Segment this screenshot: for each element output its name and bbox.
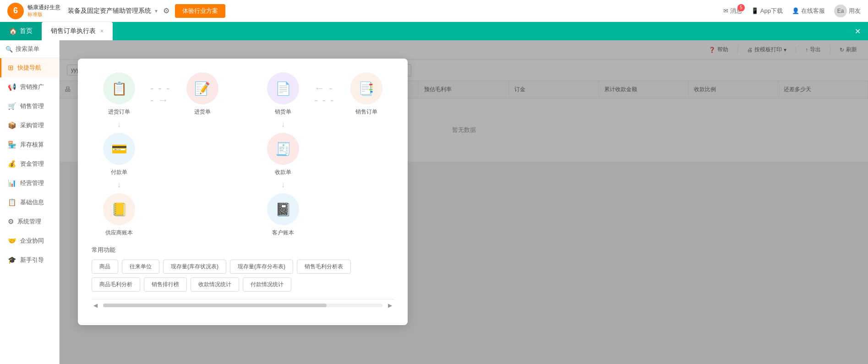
sidebar-item-operation[interactable]: 📊 经营管理 — [0, 174, 59, 193]
purchase-icon: 📦 — [8, 121, 16, 130]
purchase-bill-label: 进货单 — [194, 108, 211, 116]
online-service-button[interactable]: 👤 在线客服 — [792, 7, 825, 15]
spacer — [230, 72, 256, 237]
cf-btn-payment-stats[interactable]: 付款情况统计 — [243, 277, 291, 292]
sidebar-item-cooperation[interactable]: 🤝 企业协同 — [0, 231, 59, 250]
message-icon: ✉ — [723, 7, 728, 14]
sidebar-item-finance[interactable]: 💰 资金管理 — [0, 154, 59, 174]
app-download-button[interactable]: 📱 App下载 — [751, 7, 783, 15]
tab-sales-order-execution[interactable]: 销售订单执行表 × — [42, 22, 113, 40]
inventory-icon: 🏪 — [8, 141, 16, 149]
customer-account-circle: 📓 — [267, 193, 299, 225]
payment-bill-circle: 💳 — [103, 133, 135, 165]
common-functions-buttons: 商品 往来单位 现存量(库存状况表) 现存量(库存分布表) 销售毛利分析表 商品… — [92, 260, 394, 292]
down-arrow-sales: ↓ — [281, 120, 285, 129]
message-badge: 5 — [737, 4, 745, 11]
tab-close-icon[interactable]: × — [100, 28, 104, 34]
scrollbar-row: ◀ ▶ — [92, 299, 394, 311]
search-menu-button[interactable]: 🔍 搜索菜单 — [0, 40, 59, 58]
payment-bill-node: 💳 付款单 — [92, 133, 147, 176]
sidebar-item-inventory[interactable]: 🏪 库存核算 — [0, 135, 59, 154]
modal-overlay[interactable]: 📋 进货订单 ↓ 💳 付款单 — [60, 40, 868, 364]
cf-btn-stock-status[interactable]: 现存量(库存状况表) — [163, 260, 226, 274]
sidebar-item-quick-nav[interactable]: ⊞ 快捷导航 — [0, 58, 59, 77]
receipt-bill-circle: 🧾 — [267, 133, 299, 165]
cooperation-icon: 🤝 — [8, 237, 16, 245]
cf-btn-receipt-stats[interactable]: 收款情况统计 — [191, 277, 239, 292]
sidebar-item-marketing[interactable]: 📢 营销推广 — [0, 77, 59, 97]
supplier-account-label: 供应商账本 — [105, 229, 133, 237]
content-area: ❓ 帮助 🖨 按模板打印 ▾ ↑ 导出 ↻ 刷新 ~ — [60, 40, 868, 364]
trial-button[interactable]: 体验行业方案 — [175, 4, 225, 18]
receipt-bill-node: 🧾 收款单 — [256, 133, 311, 176]
search-icon: 🔍 — [5, 46, 13, 53]
payment-bill-label: 付款单 — [111, 168, 127, 176]
sales-bill-circle: 📄 — [267, 72, 299, 104]
system-title: 装备及固定资产辅助管理系统 ▾ — [68, 7, 158, 15]
message-button[interactable]: ✉ 消息 5 — [723, 7, 742, 15]
arrow-h1: - - - - → — [147, 72, 175, 237]
down-arrow-payment: ↓ — [117, 180, 121, 190]
cf-btn-partner[interactable]: 往来单位 — [122, 260, 159, 274]
logo-text: 畅康通好生意 标准版 — [27, 4, 60, 18]
purchase-flow: 📋 进货订单 ↓ 💳 付款单 — [92, 72, 147, 237]
down-arrow-receipt: ↓ — [281, 180, 285, 189]
tab-bar-close-icon[interactable]: ✕ — [855, 27, 861, 36]
cf-btn-product-margin[interactable]: 商品毛利分析 — [92, 277, 140, 292]
logo-icon: 6 — [7, 3, 24, 19]
customer-account-node: 📓 客户账本 — [256, 193, 311, 237]
basic-info-icon: 📋 — [8, 198, 16, 206]
sidebar-item-basic-info[interactable]: 📋 基础信息 — [0, 193, 59, 212]
home-icon: 🏠 — [9, 27, 17, 35]
sales-bill-label: 销货单 — [275, 108, 291, 116]
guide-icon: 🎓 — [8, 256, 16, 264]
avatar: Ea — [834, 5, 847, 17]
scroll-left-button[interactable]: ◀ — [92, 302, 99, 309]
common-functions-section: 常用功能 商品 往来单位 现存量(库存状况表) 现存量(库存分布表) 销售毛利分… — [92, 246, 394, 292]
sidebar: 🔍 搜索菜单 ⊞ 快捷导航 📢 营销推广 🛒 销售管理 📦 采购管理 🏪 库存核… — [0, 40, 60, 364]
sales-order-circle: 📑 — [350, 72, 382, 104]
purchase-order-label: 进货订单 — [108, 108, 130, 116]
sidebar-item-sales[interactable]: 🛒 销售管理 — [0, 97, 59, 116]
common-functions-title: 常用功能 — [92, 246, 394, 254]
sidebar-item-guide[interactable]: 🎓 新手引导 — [0, 250, 59, 270]
receipt-bill-label: 收款单 — [275, 168, 291, 176]
sales-order-node: 📑 销售订单 — [339, 72, 394, 116]
quick-nav-modal: 📋 进货订单 ↓ 💳 付款单 — [78, 59, 408, 325]
tab-bar: 🏠 首页 销售订单执行表 × ✕ — [0, 22, 868, 40]
logo: 6 畅康通好生意 标准版 — [7, 3, 62, 19]
purchase-bill-flow: 📝 进货单 — [175, 72, 230, 237]
arrow-h2: ← - - - - — [311, 72, 339, 237]
supplier-account-node: 📒 供应商账本 — [92, 193, 147, 237]
settings-icon[interactable]: ⚙ — [163, 6, 169, 15]
finance-icon: 💰 — [8, 160, 16, 168]
tab-home[interactable]: 🏠 首页 — [0, 22, 42, 40]
operation-icon: 📊 — [8, 179, 16, 187]
marketing-icon: 📢 — [8, 83, 16, 91]
purchase-order-node: 📋 进货订单 — [92, 72, 147, 116]
sidebar-item-system[interactable]: ⚙ 系统管理 — [0, 212, 59, 231]
cf-btn-product[interactable]: 商品 — [92, 260, 118, 274]
purchase-order-circle: 📋 — [103, 72, 135, 104]
cf-btn-sales-ranking[interactable]: 销售排行榜 — [144, 277, 187, 292]
customer-account-label: 客户账本 — [272, 229, 294, 237]
down-arrow-purchase: ↓ — [117, 120, 121, 129]
flow-diagram: 📋 进货订单 ↓ 💳 付款单 — [92, 72, 394, 237]
sales-icon: 🛒 — [8, 102, 16, 110]
cf-btn-sales-margin[interactable]: 销售毛利分析表 — [297, 260, 351, 274]
user-menu[interactable]: Ea 用友 — [834, 5, 861, 17]
sales-order-label: 销售订单 — [355, 108, 377, 116]
scroll-track[interactable] — [103, 304, 382, 307]
top-bar-right: ✉ 消息 5 📱 App下载 👤 在线客服 Ea 用友 — [723, 5, 861, 17]
quick-nav-icon: ⊞ — [8, 64, 14, 72]
sidebar-item-purchase[interactable]: 📦 采购管理 — [0, 116, 59, 135]
supplier-account-circle: 📒 — [103, 193, 135, 225]
system-dropdown-icon[interactable]: ▾ — [155, 8, 158, 14]
cf-btn-stock-dist[interactable]: 现存量(库存分布表) — [230, 260, 293, 274]
phone-icon: 📱 — [751, 7, 759, 14]
purchase-bill-node: 📝 进货单 — [175, 72, 230, 116]
sales-order-flow: 📑 销售订单 — [339, 72, 394, 237]
purchase-bill-circle: 📝 — [186, 72, 218, 104]
scroll-thumb — [103, 304, 327, 307]
scroll-right-button[interactable]: ▶ — [386, 302, 394, 309]
